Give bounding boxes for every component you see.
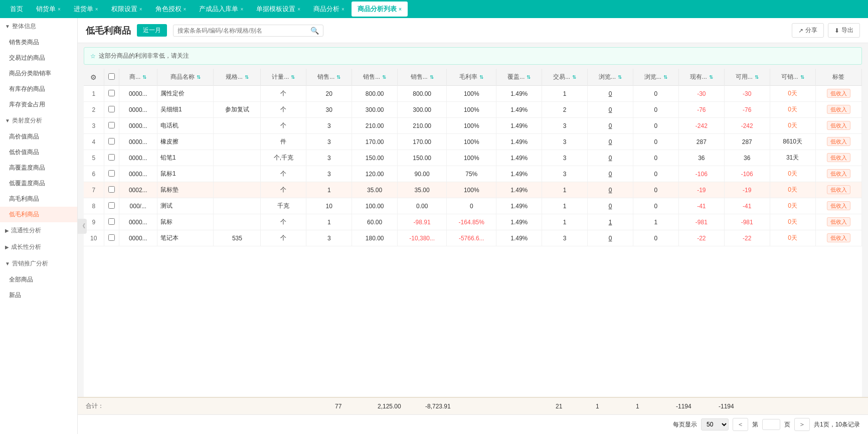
col-header-settings[interactable]: ⚙ (84, 69, 104, 86)
cell-views1-9[interactable]: 0 (588, 230, 633, 246)
sidebar-item-high-value[interactable]: 高价值商品 (0, 129, 77, 144)
cell-unit-6: 个 (261, 182, 306, 198)
sidebar-collapse-button[interactable]: 《 (78, 219, 87, 234)
search-input[interactable] (178, 27, 310, 34)
cell-code-3: 0000... (119, 134, 157, 150)
share-button[interactable]: ↗ 分享 (792, 23, 824, 38)
prev-page-button[interactable]: ＜ (733, 418, 748, 431)
cell-checkbox-6[interactable] (104, 182, 119, 198)
page-number-input[interactable]: 1 (762, 419, 780, 430)
sidebar-item-stock-capital[interactable]: 库存资金占用 (0, 97, 77, 112)
nav-close-analysis[interactable]: × (341, 7, 344, 12)
col-header-coverage[interactable]: 覆盖...⇅ (496, 69, 542, 86)
cell-checkbox-8[interactable] (104, 214, 119, 230)
col-header-views2[interactable]: 浏览...⇅ (633, 69, 679, 86)
row-checkbox-0[interactable] (108, 90, 115, 96)
sidebar-item-in-stock[interactable]: 有库存的商品 (0, 81, 77, 97)
sidebar-group-flow[interactable]: ▶ 流通性分析 (0, 222, 77, 239)
cell-views1-1[interactable]: 0 (588, 102, 633, 118)
row-checkbox-5[interactable] (108, 170, 115, 177)
nav-close-permissions[interactable]: × (139, 7, 142, 12)
nav-close-templates[interactable]: × (297, 7, 300, 12)
sidebar-group-coverage[interactable]: ▼ 类射度分析 (0, 112, 77, 129)
sidebar-item-sales-products[interactable]: 销售类商品 (0, 35, 77, 50)
sidebar-item-all-products[interactable]: 全部商品 (0, 272, 77, 287)
footer-available: -1194 (719, 403, 751, 410)
row-checkbox-2[interactable] (108, 122, 115, 128)
row-checkbox-8[interactable] (108, 218, 115, 225)
cell-checkbox-2[interactable] (104, 118, 119, 134)
col-header-views1[interactable]: 浏览...⇅ (588, 69, 633, 86)
sidebar-group-growth[interactable]: ▶ 成长性分析 (0, 239, 77, 255)
nav-close-roles[interactable]: × (184, 7, 187, 12)
page-size-select[interactable]: 50 100 200 (701, 418, 729, 430)
col-header-margin[interactable]: 毛利率⇅ (447, 69, 496, 86)
sidebar-item-low-coverage[interactable]: 低覆盖度商品 (0, 176, 77, 191)
nav-templates[interactable]: 单据模板设置× (250, 2, 306, 17)
col-header-name[interactable]: 商品名称⇅ (157, 69, 214, 86)
nav-home[interactable]: 首页 (4, 2, 29, 17)
sidebar-item-high-coverage[interactable]: 高覆盖度商品 (0, 160, 77, 176)
row-checkbox-4[interactable] (108, 154, 115, 161)
cell-views1-6[interactable]: 0 (588, 182, 633, 198)
col-header-code[interactable]: 商...⇅ (119, 69, 157, 86)
col-header-spec[interactable]: 规格...⇅ (214, 69, 261, 86)
nav-close-analysis-list[interactable]: × (399, 7, 402, 12)
cell-checkbox-3[interactable] (104, 134, 119, 150)
cell-checkbox-5[interactable] (104, 166, 119, 182)
sidebar-group-overall[interactable]: ▼ 整体信息 (0, 18, 77, 35)
cell-views1-2[interactable]: 0 (588, 118, 633, 134)
nav-permissions[interactable]: 权限设置× (105, 2, 148, 17)
nav-analysis[interactable]: 商品分析× (307, 2, 351, 17)
cell-views1-5[interactable]: 0 (588, 166, 633, 182)
col-header-sales-profit[interactable]: 销售...⇅ (398, 69, 447, 86)
export-button[interactable]: ⬇ 导出 (828, 23, 860, 38)
nav-close-products[interactable]: × (240, 7, 243, 12)
cell-checkbox-7[interactable] (104, 198, 119, 214)
nav-sales[interactable]: 销货单× (30, 2, 67, 17)
cell-views1-7[interactable]: 0 (588, 198, 633, 214)
settings-icon: ⚙ (90, 73, 97, 81)
date-filter-button[interactable]: 近一月 (137, 24, 167, 37)
next-page-button[interactable]: ＞ (794, 418, 810, 431)
cell-checkbox-9[interactable] (104, 230, 119, 246)
cell-trade-1: 2 (542, 102, 588, 118)
nav-close-purchase[interactable]: × (95, 7, 98, 12)
row-checkbox-3[interactable] (108, 138, 115, 144)
cell-views1-3[interactable]: 0 (588, 134, 633, 150)
cell-checkbox-1[interactable] (104, 102, 119, 118)
cell-views1-4[interactable]: 0 (588, 150, 633, 166)
cell-checkbox-4[interactable] (104, 150, 119, 166)
cell-views1-0[interactable]: 0 (588, 86, 633, 102)
nav-products[interactable]: 产成品入库单× (193, 2, 249, 17)
col-header-sales-amt[interactable]: 销售...⇅ (352, 69, 398, 86)
sidebar-item-high-margin[interactable]: 高毛利商品 (0, 191, 77, 207)
col-header-saleable-days[interactable]: 可销...⇅ (770, 69, 815, 86)
row-checkbox-1[interactable] (108, 106, 115, 112)
row-checkbox-6[interactable] (108, 186, 115, 193)
sidebar-item-traded-products[interactable]: 交易过的商品 (0, 50, 77, 66)
sidebar-item-new-products[interactable]: 新品 (0, 287, 77, 303)
nav-purchase[interactable]: 进货单× (68, 2, 104, 17)
nav-analysis-list[interactable]: 商品分析列表× (352, 2, 408, 17)
cell-views1-8[interactable]: 1 (588, 214, 633, 230)
sidebar-item-category-rate[interactable]: 商品分类助销率 (0, 66, 77, 81)
nav-roles[interactable]: 角色授权× (149, 2, 193, 17)
header-actions: ↗ 分享 ⬇ 导出 (792, 23, 860, 38)
select-all-checkbox[interactable] (108, 73, 115, 80)
cell-profit-0: 800.00 (398, 86, 447, 102)
sort-coverage-icon: ⇅ (527, 74, 531, 80)
row-checkbox-9[interactable] (108, 234, 115, 241)
row-checkbox-7[interactable] (108, 202, 115, 209)
sidebar-item-low-margin[interactable]: 低毛利商品 (0, 207, 77, 222)
nav-close-sales[interactable]: × (58, 7, 61, 12)
cell-checkbox-0[interactable] (104, 86, 119, 102)
sidebar-item-low-value[interactable]: 低价值商品 (0, 144, 77, 160)
col-header-checkbox[interactable] (104, 69, 119, 86)
col-header-unit[interactable]: 计量...⇅ (261, 69, 306, 86)
col-header-current-stock[interactable]: 现有...⇅ (678, 69, 724, 86)
col-header-sales-qty[interactable]: 销售...⇅ (306, 69, 352, 86)
col-header-available[interactable]: 可用...⇅ (724, 69, 770, 86)
col-header-trade[interactable]: 交易...⇅ (542, 69, 588, 86)
sidebar-group-marketing[interactable]: ▼ 营销推广分析 (0, 255, 77, 272)
